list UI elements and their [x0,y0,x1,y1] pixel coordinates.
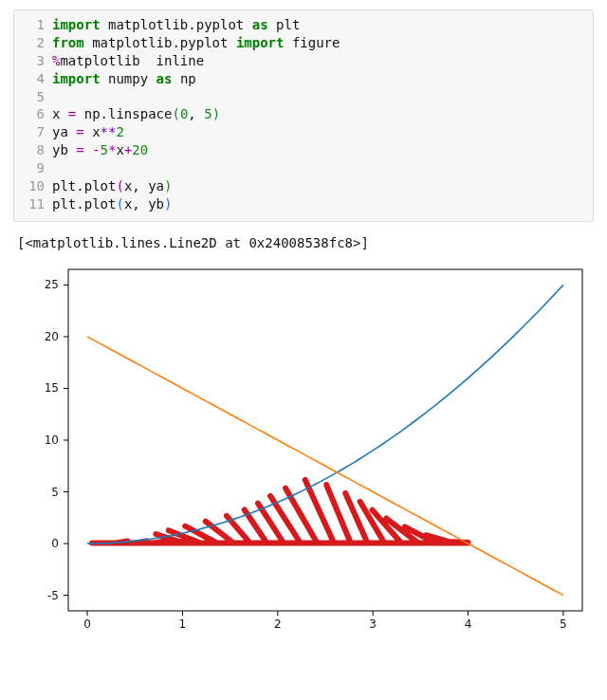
y-tick-label: 0 [51,537,59,550]
line-number: 9 [14,159,52,177]
x-tick-label: 1 [179,617,187,631]
y-tick-label: 25 [45,278,59,291]
line-number: 3 [14,52,52,70]
line-number: 8 [14,141,52,159]
line-number: 2 [14,34,52,52]
code-line: 7ya = x**2 [14,123,593,141]
line-number: 6 [14,105,52,123]
y-tick-label: 10 [45,433,59,447]
y-tick-label: 5 [51,485,59,498]
plot-border [68,269,582,611]
code-content [52,159,60,177]
output-text: [<matplotlib.lines.Line2D at 0x24008538f… [17,235,594,250]
code-content: plt.plot(x, ya) [52,177,172,195]
code-content [52,88,60,106]
line-number: 5 [14,88,52,106]
line-number: 11 [14,195,52,213]
code-content: yb = -5*x+20 [52,141,148,159]
x-tick-label: 5 [560,617,567,631]
code-content: import matplotlib.pyplot as plt [52,16,300,34]
code-cell: 1import matplotlib.pyplot as plt2from ma… [13,9,594,222]
code-line: 2from matplotlib.pyplot import figure [14,34,593,52]
code-content: plt.plot(x, yb) [52,195,172,213]
code-line: 5 [14,88,593,106]
x-tick-label: 2 [274,617,282,631]
chart: 012345 -50510152025 [13,260,594,639]
series-ya [87,285,563,543]
code-line: 10plt.plot(x, ya) [14,177,593,195]
code-content: import numpy as np [52,70,196,88]
code-content: from matplotlib.pyplot import figure [52,34,340,52]
line-number: 4 [14,70,52,88]
line-number: 1 [14,16,52,34]
series-yb [87,337,563,596]
code-line: 9 [14,159,593,177]
code-line: 6x = np.linspace(0, 5) [14,105,593,123]
x-tick-label: 0 [83,617,91,631]
y-tick-label: 15 [45,381,59,395]
x-tick-label: 3 [369,617,377,631]
code-line: 1import matplotlib.pyplot as plt [14,16,593,34]
code-content: %matplotlib inline [52,52,204,70]
y-ticks: -50510152025 [45,278,68,601]
y-tick-label: 20 [45,330,59,343]
line-number: 7 [14,123,52,141]
code-line: 3%matplotlib inline [14,52,593,70]
x-ticks: 012345 [83,611,566,631]
annotation-scribble [92,480,468,543]
code-line: 4import numpy as np [14,70,593,88]
y-tick-label: -5 [47,588,59,601]
x-tick-label: 4 [465,617,472,631]
line-number: 10 [14,177,52,195]
code-content: x = np.linspace(0, 5) [52,105,220,123]
code-line: 11plt.plot(x, yb) [14,195,593,213]
code-content: ya = x**2 [52,123,124,141]
code-line: 8yb = -5*x+20 [14,141,593,159]
